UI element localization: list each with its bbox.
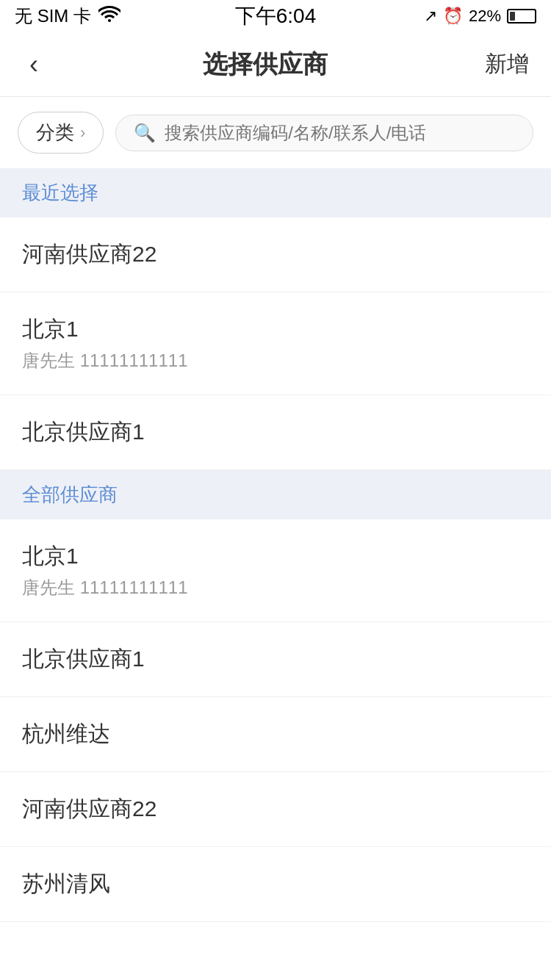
all-section-header: 全部供应商 [0, 470, 551, 519]
supplier-name: 河南供应商22 [22, 794, 529, 824]
search-box[interactable]: 🔍 [115, 115, 533, 151]
status-left: 无 SIM 卡 [15, 4, 120, 28]
status-bar: 无 SIM 卡 下午6:04 ↗ ⏰ 22% [0, 0, 551, 32]
alarm-icon: ⏰ [443, 7, 463, 26]
no-sim-text: 无 SIM 卡 [15, 4, 91, 28]
battery-percent: 22% [469, 7, 501, 26]
all-items-list: 北京1唐先生 11111111111北京供应商1杭州维达河南供应商22苏州清风 [0, 519, 551, 922]
wifi-icon [98, 6, 120, 26]
supplier-name: 北京供应商1 [22, 644, 529, 674]
supplier-name: 北京供应商1 [22, 417, 529, 447]
supplier-name: 河南供应商22 [22, 239, 529, 270]
list-item[interactable]: 北京1唐先生 11111111111 [0, 519, 551, 622]
list-item[interactable]: 北京供应商1 [0, 622, 551, 697]
supplier-name: 杭州维达 [22, 719, 529, 749]
recent-section-header: 最近选择 [0, 168, 551, 217]
supplier-contact: 唐先生 11111111111 [22, 349, 529, 372]
list-item[interactable]: 河南供应商22 [0, 772, 551, 847]
nav-bar: ‹ 选择供应商 新增 [0, 32, 551, 97]
back-button[interactable]: ‹ [22, 42, 46, 87]
search-icon: 🔍 [134, 123, 156, 143]
status-time: 下午6:04 [235, 2, 317, 30]
recent-items-list: 河南供应商22北京1唐先生 11111111111北京供应商1 [0, 217, 551, 470]
supplier-name: 北京1 [22, 314, 529, 345]
new-supplier-button[interactable]: 新增 [485, 49, 529, 79]
list-item[interactable]: 北京1唐先生 11111111111 [0, 292, 551, 395]
battery-icon [507, 9, 536, 24]
list-item[interactable]: 河南供应商22 [0, 217, 551, 292]
supplier-name: 苏州清风 [22, 869, 529, 899]
filter-bar: 分类 › 🔍 [0, 97, 551, 168]
list-item[interactable]: 苏州清风 [0, 847, 551, 922]
status-right: ↗ ⏰ 22% [424, 7, 536, 26]
list-item[interactable]: 北京供应商1 [0, 395, 551, 470]
page-title: 选择供应商 [203, 48, 328, 82]
category-label: 分类 [36, 120, 74, 145]
supplier-name: 北京1 [22, 541, 529, 572]
category-filter-button[interactable]: 分类 › [18, 112, 104, 154]
location-icon: ↗ [424, 7, 437, 26]
list-item[interactable]: 杭州维达 [0, 697, 551, 772]
search-input[interactable] [165, 123, 515, 143]
chevron-right-icon: › [80, 123, 85, 143]
supplier-contact: 唐先生 11111111111 [22, 576, 529, 599]
